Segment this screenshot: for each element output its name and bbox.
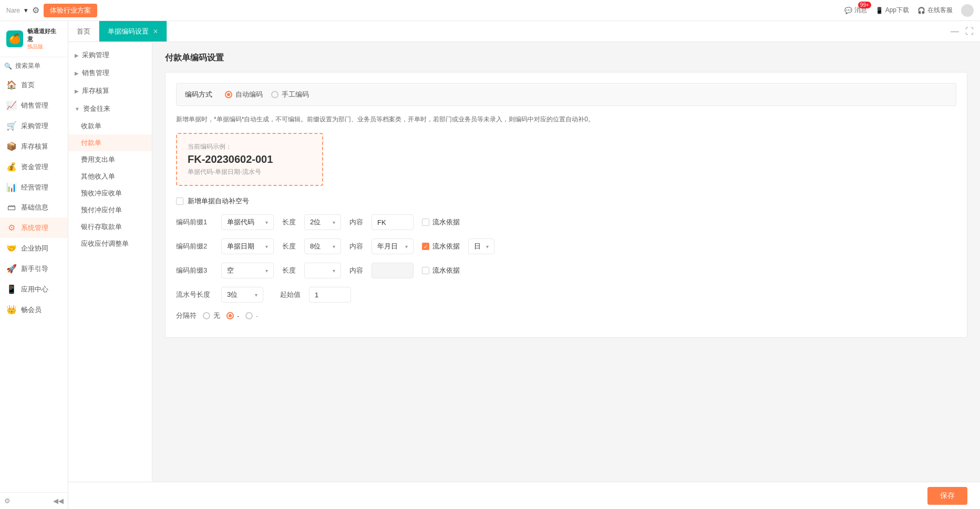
sidebar-item-system[interactable]: ⚙ 系统管理: [0, 217, 68, 238]
system-icon: ⚙: [6, 223, 17, 233]
sidebar-item-label: 企业协同: [21, 244, 48, 253]
sub-nav-parent-fund[interactable]: ▼ 资金往来: [68, 100, 152, 118]
avatar: [961, 4, 974, 17]
prefix1-serial-checkbox[interactable]: [422, 219, 429, 226]
logo-text: 畅通道好生意 拣品版: [27, 27, 61, 50]
sep-dash-label: -: [237, 312, 239, 320]
prefix2-content-select[interactable]: 年月日 ▾: [372, 238, 414, 254]
sep-dot-circle: [245, 312, 253, 319]
sep-dash-radio[interactable]: -: [226, 312, 239, 320]
prefix3-length-chevron-icon: ▾: [333, 268, 335, 274]
tab-close-icon[interactable]: ✕: [153, 28, 158, 35]
chevron-right-icon: ▶: [75, 70, 79, 76]
sidebar-item-sales[interactable]: 📈 销售管理: [0, 95, 68, 116]
chevron-right-icon: ▶: [75, 88, 79, 94]
sidebar-item-purchase[interactable]: 🛒 采购管理: [0, 116, 68, 136]
tab-maximize-icon[interactable]: ⛶: [963, 25, 976, 38]
tab-setting[interactable]: 单据编码设置 ✕: [99, 21, 167, 41]
sidebar-logo: 🍊 畅通道好生意 拣品版: [0, 21, 68, 57]
sub-nav-child-income[interactable]: 其他收入单: [68, 168, 152, 185]
sub-nav-child-payment[interactable]: 付款单: [68, 134, 152, 151]
try-industry-button[interactable]: 体验行业方案: [44, 4, 97, 17]
sidebar-item-app[interactable]: 📱 应用中心: [0, 279, 68, 299]
sep-dot-radio[interactable]: ·: [245, 312, 258, 320]
message-button[interactable]: 💬 消息 99+: [844, 6, 867, 15]
sub-nav-child-adjust[interactable]: 应收应付调整单: [68, 235, 152, 252]
sub-nav-child-bank[interactable]: 银行存取款单: [68, 219, 152, 235]
sidebar-item-coop[interactable]: 🤝 企业协同: [0, 238, 68, 258]
prefix3-length-select[interactable]: ▾: [304, 263, 341, 278]
auto-encoding-radio[interactable]: 自动编码: [225, 90, 263, 99]
serial-length-row: 流水号长度 3位 ▾ 起始值: [176, 287, 956, 303]
sub-nav-purchase-label: 采购管理: [82, 50, 109, 60]
sub-nav-child-expense[interactable]: 费用支出单: [68, 151, 152, 168]
collapse-icon[interactable]: ◀◀: [53, 497, 64, 505]
home-icon: 🏠: [6, 80, 17, 90]
prefix1-label: 编码前缀1: [176, 217, 213, 227]
sidebar-item-finance[interactable]: 💰 资金管理: [0, 157, 68, 177]
online-service-button[interactable]: 🎧 在线客服: [917, 6, 953, 15]
app-download-button[interactable]: 📱 App下载: [875, 6, 909, 15]
settings-bottom-icon[interactable]: ⚙: [4, 497, 11, 505]
prefix3-content-input[interactable]: [372, 263, 414, 278]
prefix2-value: 单据日期: [227, 242, 254, 251]
sidebar-item-member[interactable]: 👑 畅会员: [0, 299, 68, 320]
sep-none-label: 无: [213, 311, 220, 320]
separator-row: 分隔符 无 - ·: [176, 311, 956, 320]
serial-length-select[interactable]: 3位 ▾: [221, 287, 263, 303]
separator-label: 分隔符: [176, 311, 197, 320]
sidebar-item-base[interactable]: 🗃 基础信息: [0, 198, 68, 217]
code-preview: 当前编码示例： FK-20230602-001 单据代码-单据日期-流水号: [176, 133, 323, 186]
prefix2-length-select[interactable]: 8位 ▾: [304, 238, 341, 254]
prefix1-length-select[interactable]: 2位 ▾: [304, 214, 341, 230]
prefix2-serial-unit-select[interactable]: 日 ▾: [468, 238, 494, 254]
company-name: Nare: [6, 7, 20, 14]
sub-nav-fund-label: 资金往来: [83, 104, 110, 113]
manual-encoding-radio[interactable]: 手工编码: [271, 90, 309, 99]
encoding-radio-group: 自动编码 手工编码: [225, 90, 309, 99]
prefix2-serial-checkbox[interactable]: ✓: [422, 243, 429, 250]
content-area: 首页 单据编码设置 ✕ — ⛶ ▶ 采购管理: [68, 21, 980, 509]
sub-nav-child-prepay-pay[interactable]: 预付冲应付单: [68, 202, 152, 219]
app-icon: 📱: [875, 7, 883, 14]
user-avatar[interactable]: [961, 4, 974, 17]
sidebar-item-guide[interactable]: 🚀 新手引导: [0, 258, 68, 279]
sub-nav-group-purchase: ▶ 采购管理: [68, 46, 152, 64]
auto-fill-row: 新增单据自动补空号: [176, 196, 956, 206]
settings-card: 编码方式 自动编码 手工编码: [165, 72, 967, 338]
company-dropdown[interactable]: ▾: [24, 6, 28, 14]
sub-nav-parent-sales[interactable]: ▶ 销售管理: [68, 64, 152, 82]
auto-encoding-label: 自动编码: [235, 90, 263, 99]
sub-nav-child-receipt[interactable]: 收款单: [68, 118, 152, 134]
sidebar-item-label: 资金管理: [21, 162, 48, 172]
prefix1-content-input[interactable]: [372, 214, 414, 230]
sales-icon: 📈: [6, 100, 17, 110]
tab-home[interactable]: 首页: [68, 21, 99, 41]
search-icon: 🔍: [4, 63, 12, 70]
sidebar-item-inventory[interactable]: 📦 库存核算: [0, 136, 68, 157]
sidebar-item-label: 采购管理: [21, 121, 48, 131]
save-button[interactable]: 保存: [927, 487, 967, 505]
auto-fill-checkbox[interactable]: [176, 198, 183, 205]
sub-nav-parent-purchase[interactable]: ▶ 采购管理: [68, 46, 152, 64]
sidebar-item-operation[interactable]: 📊 经营管理: [0, 177, 68, 198]
prefix1-select[interactable]: 单据代码 ▾: [221, 214, 274, 230]
sub-nav-parent-inventory[interactable]: ▶ 库存核算: [68, 82, 152, 100]
chevron-down-icon: ▼: [75, 106, 80, 112]
prefix3-content-label: 内容: [349, 266, 363, 275]
member-icon: 👑: [6, 305, 17, 315]
prefix2-select[interactable]: 单据日期 ▾: [221, 238, 274, 254]
prefix3-serial-checkbox[interactable]: [422, 267, 429, 274]
start-value-input[interactable]: [309, 287, 351, 303]
tab-bar: 首页 单据编码设置 ✕ — ⛶: [68, 21, 980, 42]
sub-nav-child-prepay-receive[interactable]: 预收冲应收单: [68, 185, 152, 202]
prefix3-select[interactable]: 空 ▾: [221, 263, 274, 278]
sidebar-item-label: 应用中心: [21, 285, 48, 294]
tab-minimize-icon[interactable]: —: [948, 25, 961, 38]
prefix2-row: 编码前缀2 单据日期 ▾ 长度 8位 ▾ 内容 年月日: [176, 238, 956, 254]
search-menu[interactable]: 🔍 搜索菜单: [0, 57, 68, 75]
sep-none-radio[interactable]: 无: [203, 311, 220, 320]
sidebar-item-home[interactable]: 🏠 首页: [0, 75, 68, 95]
settings-icon[interactable]: ⚙: [32, 5, 39, 15]
base-icon: 🗃: [6, 203, 17, 212]
